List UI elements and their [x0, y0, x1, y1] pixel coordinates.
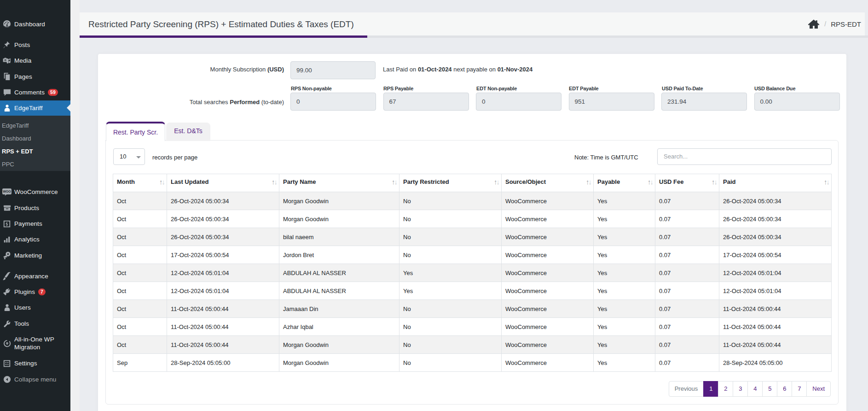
svg-text:WOO: WOO [3, 190, 11, 193]
